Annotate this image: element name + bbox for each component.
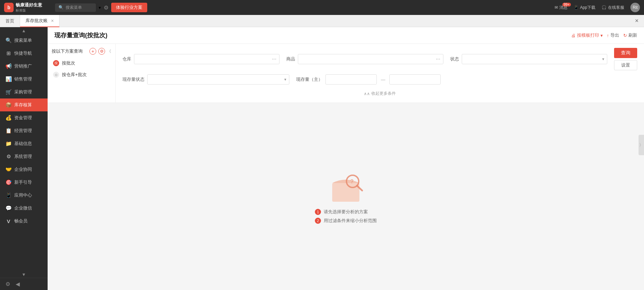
finance-icon: 💰 [5, 115, 12, 121]
warehouse-input[interactable]: ··· [134, 54, 279, 64]
message-icon: ✉ [555, 5, 558, 10]
appcenter-icon: 📱 [5, 192, 12, 198]
messages-btn[interactable]: ✉ 消息 99+ [555, 5, 567, 11]
inventory-status-field: 现存量状态 ▾ [122, 74, 289, 85]
sidebar-item-inventory[interactable]: 📦 库存核算 [0, 98, 48, 111]
sidebar-item-system[interactable]: ⚙ 系统管理 [0, 150, 48, 163]
marketing-icon: 📢 [5, 63, 12, 69]
inventory-status-select[interactable]: ▾ [147, 74, 289, 85]
tab-home[interactable]: 首页 [0, 15, 20, 27]
sidebar-item-purchase[interactable]: 🛒 采购管理 [0, 86, 48, 98]
collapse-schema-icon[interactable]: 《 [107, 49, 111, 54]
tab-close-icon[interactable]: × [51, 18, 54, 23]
sidebar-item-finance[interactable]: 💰 资金管理 [0, 111, 48, 124]
sidebar-settings-icon[interactable]: ⚙ [5, 281, 10, 287]
svg-rect-0 [332, 183, 359, 202]
refresh-btn[interactable]: ↻ 刷新 [623, 32, 637, 38]
status-label: 状态 [450, 56, 459, 62]
online-service-btn[interactable]: 🎧 在线客服 [601, 5, 624, 11]
refresh-icon: ↻ [623, 33, 627, 38]
sidebar-item-enterprise[interactable]: 🤝 企业协同 [0, 163, 48, 176]
page-title: 现存量查询(按批次) [54, 31, 107, 39]
topbar-right: ✉ 消息 99+ 📱 App下载 🎧 在线客服 Rit [555, 3, 640, 12]
current-qty-field: 现存量（主） — [296, 74, 463, 85]
sidebar-item-shortcut[interactable]: ⊞ 快捷导航 [0, 47, 48, 60]
filter-panel: 按以下方案查询 + ⚙ 《 按 按批次 ⊙ 按仓库+批次 [48, 44, 644, 103]
print-dropdown-icon[interactable]: ▾ [600, 33, 603, 38]
nav-dropdown-icon[interactable]: ▾ [99, 5, 101, 10]
filter-schema-title: 按以下方案查询 [52, 48, 83, 54]
query-btn[interactable]: 查询 [614, 48, 637, 58]
schema-item-batch[interactable]: 按 按批次 [48, 57, 115, 69]
settings-icon[interactable]: ⚙ [104, 4, 108, 11]
phone-icon: 📱 [574, 5, 579, 10]
schema-item-warehouse-batch[interactable]: ⊙ 按仓库+批次 [48, 69, 115, 80]
filter-buttons: 查询 设置 [614, 48, 637, 70]
empty-tip-2: 2 用过滤条件来缩小分析范围 [315, 218, 377, 224]
sidebar-item-appcenter[interactable]: 📱 应用中心 [0, 189, 48, 202]
avatar: Rit [630, 3, 640, 12]
grid-icon: ⊞ [5, 50, 12, 56]
warehouse-field: 仓库 ··· [122, 54, 279, 64]
industry-btn[interactable]: 体验行业方案 [111, 3, 147, 12]
current-qty-label: 现存量（主） [296, 76, 323, 83]
tip-text-2: 用过滤条件来缩小分析范围 [324, 218, 377, 224]
current-qty-to-input[interactable] [389, 74, 441, 85]
filter-schema-panel: 按以下方案查询 + ⚙ 《 按 按批次 ⊙ 按仓库+批次 [48, 44, 116, 103]
menu-search-box[interactable]: 🔍 搜索菜单 [55, 3, 96, 12]
tabbar: 首页 库存批次账 × × [0, 15, 644, 27]
print-btn[interactable]: 🖨 按模板打印 ▾ [571, 32, 603, 38]
sidebar-item-operation[interactable]: 📋 经营管理 [0, 124, 48, 137]
schema-sub-icon: ⊙ [53, 72, 59, 78]
inventory-status-dropdown-icon: ▾ [284, 77, 286, 82]
sidebar: ▲ 🔍 搜索菜单 ⊞ 快捷导航 📢 营销推广 📊 销售管理 🛒 采购管理 [0, 27, 48, 290]
sidebar-item-sales[interactable]: 📊 销售管理 [0, 73, 48, 86]
tab-inventory-batch[interactable]: 库存批次账 × [20, 15, 60, 27]
sidebar-item-basic[interactable]: 📁 基础信息 [0, 137, 48, 150]
purchase-icon: 🛒 [5, 89, 12, 95]
page-actions: 🖨 按模板打印 ▾ ↑ 导出 ↻ 刷新 [571, 32, 638, 38]
sidebar-item-newguide[interactable]: 🎯 新手引导 [0, 176, 48, 189]
guide-icon: 🎯 [5, 179, 12, 185]
sidebar-item-wxenterprise[interactable]: 💬 企业微信 [0, 202, 48, 215]
tip-num-2: 2 [315, 218, 321, 224]
tip-num-1: 1 [315, 209, 321, 215]
collapse-more-btn[interactable]: ∧∧ 收起更多条件 [122, 89, 637, 98]
schema-settings-btn[interactable]: ⚙ [98, 48, 105, 55]
sidebar-scroll-down[interactable]: ▼ [0, 271, 48, 278]
empty-tip-1: 1 请先选择要分析的方案 [315, 209, 377, 215]
sidebar-scroll-up[interactable]: ▲ [0, 27, 48, 34]
filter-schema-actions: + ⚙ 《 [89, 48, 111, 55]
export-icon: ↑ [607, 33, 609, 38]
logo-icon: b [4, 3, 14, 12]
sidebar-item-member[interactable]: V 畅会员 [0, 215, 48, 228]
basic-icon: 📁 [5, 141, 12, 147]
add-schema-btn[interactable]: + [89, 48, 96, 55]
operation-icon: 📋 [5, 128, 12, 134]
status-field: 状态 ▾ [450, 54, 607, 64]
warehouse-more-icon[interactable]: ··· [272, 56, 276, 62]
right-panel-toggle[interactable]: 〉 [639, 135, 644, 155]
sales-icon: 📊 [5, 76, 12, 82]
goods-more-icon[interactable]: ··· [436, 56, 440, 62]
empty-tips: 1 请先选择要分析的方案 2 用过滤条件来缩小分析范围 [315, 209, 377, 224]
filter-settings-btn[interactable]: 设置 [614, 60, 637, 70]
status-select[interactable]: ▾ [462, 54, 607, 64]
filter-fields: 仓库 ··· 商品 ··· [116, 44, 644, 103]
status-dropdown-icon: ▾ [602, 57, 604, 61]
tab-panel-close-icon[interactable]: × [635, 17, 639, 24]
current-qty-from-input[interactable] [325, 74, 377, 85]
app-logo: b 畅康通好生意 标准版 [4, 2, 48, 13]
export-btn[interactable]: ↑ 导出 [607, 32, 620, 38]
wechat-icon: 💬 [5, 205, 12, 211]
app-download-btn[interactable]: 📱 App下载 [574, 5, 595, 11]
sidebar-item-search[interactable]: 🔍 搜索菜单 [0, 34, 48, 47]
goods-input[interactable]: ··· [298, 54, 443, 64]
filter-schema-header: 按以下方案查询 + ⚙ 《 [48, 48, 115, 57]
search-icon: 🔍 [5, 37, 12, 43]
user-avatar[interactable]: Rit [630, 3, 640, 12]
filter-row-1: 仓库 ··· 商品 ··· [122, 48, 637, 70]
empty-svg: ? [325, 169, 366, 203]
sidebar-item-marketing[interactable]: 📢 营销推广 [0, 60, 48, 73]
sidebar-collapse-icon[interactable]: ◀ [16, 281, 20, 287]
